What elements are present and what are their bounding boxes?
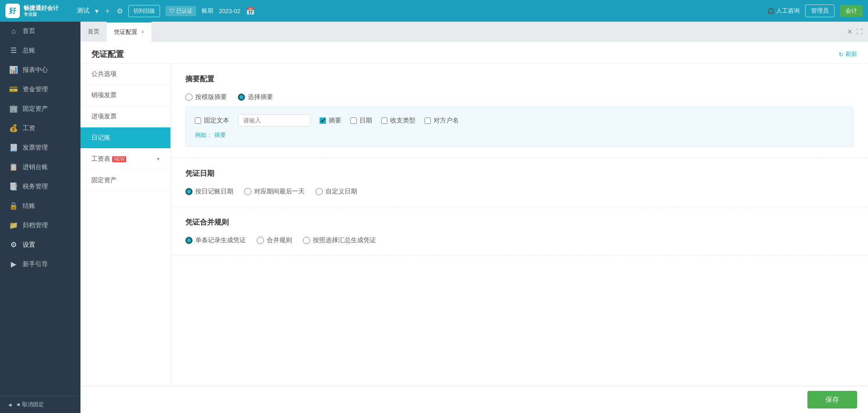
example-prefix: 例如：	[195, 131, 212, 138]
page-sidebar-item-fixed-asset[interactable]: 固定资产	[80, 170, 170, 191]
settings-nav-icon: ⚙	[9, 240, 18, 249]
role-button[interactable]: 会计	[840, 5, 863, 17]
home-icon: ⌂	[9, 27, 18, 35]
verified-badge: 🛡 已认证	[165, 6, 196, 16]
tab-voucher-config[interactable]: 凭证配置 ×	[107, 22, 151, 42]
page-sidebar-item-payroll-sheet[interactable]: 工资表 NEW ▾	[80, 149, 170, 170]
radio-single-record-label: 单条记录生成凭证	[195, 236, 246, 244]
sidebar-item-payroll[interactable]: 💰 工资	[0, 118, 80, 138]
radio-period-last[interactable]: 对应期间最后一天	[244, 188, 305, 196]
period-value: 2023-02	[219, 8, 241, 14]
radio-select-summary[interactable]: 选择摘要	[238, 93, 273, 101]
sidebar-item-label: 发票管理	[23, 144, 48, 152]
top-bar-middle: 测试 ▾ ＋ ⚙ 切到旧版 🛡 已认证 账期 2023-02 📅	[73, 5, 767, 17]
fixed-text-checkbox[interactable]	[195, 117, 201, 124]
radio-custom-date-input[interactable]	[316, 188, 323, 195]
sidebar-item-invoice[interactable]: 🧾 发票管理	[0, 138, 80, 157]
radio-merge-rule-input[interactable]	[257, 237, 264, 244]
fixed-text-input[interactable]	[238, 114, 311, 127]
save-button[interactable]: 保存	[807, 391, 857, 408]
tab-home[interactable]: 首页	[80, 22, 107, 42]
radio-summary-generate-label: 按照选择汇总生成凭证	[313, 236, 376, 244]
sidebar-item-guide[interactable]: ▶ 新手引导	[0, 254, 80, 274]
radio-journal-date[interactable]: 按日记账日期	[185, 188, 233, 196]
radio-single-record[interactable]: 单条记录生成凭证	[185, 236, 246, 244]
top-bar: 好 畅捷通好会计 专业版 测试 ▾ ＋ ⚙ 切到旧版 🛡 已认证 账期 2023…	[0, 0, 868, 22]
voucher-date-section: 凭证日期 按日记账日期 对应期间最后一天	[171, 158, 868, 207]
payment-type-label: 收支类型	[390, 117, 415, 125]
counterparty-checkbox[interactable]	[425, 117, 431, 124]
radio-journal-date-input[interactable]	[185, 188, 193, 195]
radio-merge-rule[interactable]: 合并规则	[257, 236, 292, 244]
tax-icon: 📑	[9, 182, 18, 191]
counterparty-label: 对方户名	[434, 117, 459, 125]
page-sidebar-item-journal[interactable]: 日记账	[80, 127, 170, 149]
checkbox-fixed-text[interactable]: 固定文本	[195, 117, 229, 125]
page-sidebar-item-sales-invoice[interactable]: 销项发票	[80, 85, 170, 106]
collapse-label: ◄ 取消固定	[15, 401, 44, 408]
summary-config-section: 摘要配置 按模版摘要 选择摘要	[171, 64, 868, 158]
sidebar-item-ledger[interactable]: ☰ 总账	[0, 41, 80, 60]
refresh-icon: ↻	[839, 51, 844, 58]
radio-period-last-input[interactable]	[244, 188, 251, 195]
checkbox-payment-type[interactable]: 收支类型	[381, 117, 415, 125]
summary-checkbox[interactable]	[320, 117, 326, 124]
sidebar-collapse-footer[interactable]: ◄ ◄ 取消固定	[0, 396, 80, 413]
logo-line1: 畅捷通好会计	[24, 5, 59, 12]
fixed-text-label: 固定文本	[204, 117, 229, 125]
sidebar-item-asset[interactable]: 🏢 固定资产	[0, 99, 80, 118]
voucher-date-radio-group: 按日记账日期 对应期间最后一天 自定义日期	[185, 188, 854, 196]
checkbox-counterparty[interactable]: 对方户名	[425, 117, 459, 125]
logo-text: 畅捷通好会计 专业版	[24, 5, 59, 17]
add-icon[interactable]: ＋	[104, 6, 111, 16]
radio-template-summary[interactable]: 按模版摘要	[185, 93, 227, 101]
close-window-icon[interactable]: ✕	[847, 28, 853, 35]
checkbox-summary[interactable]: 摘要	[320, 117, 341, 125]
radio-summary-generate-input[interactable]	[303, 237, 310, 244]
dropdown-icon[interactable]: ▾	[95, 7, 99, 15]
page-sidebar-item-purchase-invoice[interactable]: 进项发票	[80, 106, 170, 127]
summary-radio-group: 按模版摘要 选择摘要	[185, 93, 854, 101]
archive-icon: 📁	[9, 221, 18, 230]
settings-icon[interactable]: ⚙	[117, 7, 123, 15]
date-checkbox[interactable]	[350, 117, 357, 124]
tab-bar: 首页 凭证配置 × ✕ ⛶	[80, 22, 868, 42]
summary-config-title: 摘要配置	[185, 75, 854, 84]
content-area: 首页 凭证配置 × ✕ ⛶ 凭证配置 ↻ 刷新	[80, 22, 868, 413]
radio-template-input[interactable]	[185, 94, 193, 101]
radio-single-record-input[interactable]	[185, 237, 193, 244]
radio-custom-date[interactable]: 自定义日期	[316, 188, 357, 196]
calendar-icon[interactable]: 📅	[246, 7, 255, 15]
tab-close-icon[interactable]: ×	[141, 29, 144, 35]
maximize-icon[interactable]: ⛶	[856, 28, 863, 35]
sidebar-item-close[interactable]: 🔒 结账	[0, 196, 80, 216]
example-value: 摘要	[214, 131, 226, 138]
page-sidebar-item-public[interactable]: 公共选项	[80, 64, 170, 85]
payment-type-checkbox[interactable]	[381, 117, 387, 124]
page-sidebar-item-label: 公共选项	[91, 70, 117, 77]
radio-journal-date-label: 按日记账日期	[195, 188, 233, 196]
company-name: 测试	[77, 7, 90, 15]
admin-button[interactable]: 管理员	[805, 5, 835, 17]
refresh-button[interactable]: ↻ 刷新	[839, 50, 857, 58]
radio-select-label: 选择摘要	[248, 93, 273, 101]
page-wrapper: 公共选项 销项发票 进项发票 日记账 工资表 NEW	[80, 64, 868, 386]
switch-old-version-button[interactable]: 切到旧版	[128, 5, 160, 17]
sidebar-item-fund[interactable]: 💳 资金管理	[0, 80, 80, 99]
sidebar-item-tax[interactable]: 📑 税务管理	[0, 177, 80, 196]
sidebar-scroll: ⌂ 首页 ☰ 总账 📊 报表中心 💳 资金管理 🏢 固定资产	[0, 22, 80, 396]
radio-select-input[interactable]	[238, 94, 245, 101]
sidebar-item-report[interactable]: 📊 报表中心	[0, 60, 80, 80]
sidebar-item-home[interactable]: ⌂ 首页	[0, 22, 80, 41]
checkbox-date[interactable]: 日期	[350, 117, 372, 125]
sidebar-item-settings[interactable]: ⚙ 设置	[0, 235, 80, 254]
bottom-bar: 保存	[80, 386, 868, 413]
merge-rules-title: 凭证合并规则	[185, 218, 854, 227]
sidebar-item-label: 新手引导	[23, 260, 48, 268]
summary-config-box: 固定文本 摘要 日期	[185, 107, 854, 147]
radio-summary-generate[interactable]: 按照选择汇总生成凭证	[303, 236, 376, 244]
guide-icon: ▶	[9, 260, 18, 268]
sidebar-item-archive[interactable]: 📁 归档管理	[0, 216, 80, 235]
support-button[interactable]: 🎧 人工咨询	[767, 7, 800, 15]
sidebar-item-trade[interactable]: 📋 进销台账	[0, 157, 80, 177]
